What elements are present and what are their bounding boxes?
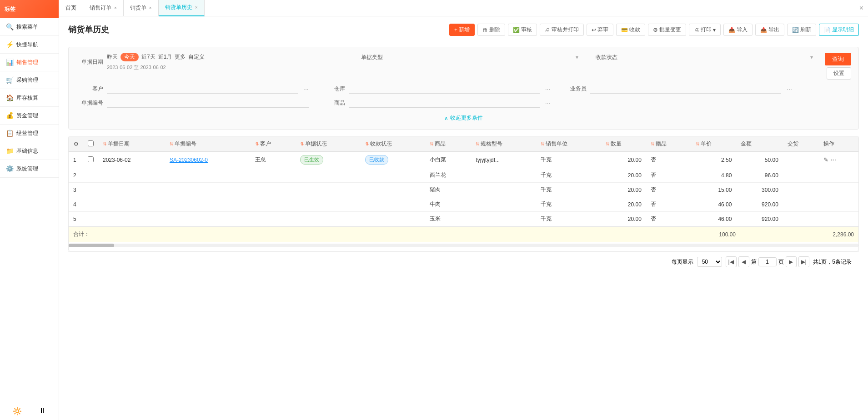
- filter-warehouse-field: 仓库 ···: [318, 84, 551, 94]
- col-doc-status[interactable]: ⇅单据状态: [296, 136, 361, 152]
- cell-checkbox[interactable]: [83, 168, 98, 183]
- setting-button[interactable]: 设置: [827, 67, 851, 80]
- filter-warehouse-input[interactable]: [349, 84, 540, 94]
- warehouse-ellipsis[interactable]: ···: [545, 85, 551, 93]
- cell-spec: tyjyjtyjdf...: [471, 152, 536, 168]
- sidebar-item-finance[interactable]: 💰 资金管理: [0, 107, 59, 125]
- cell-checkbox[interactable]: [83, 212, 98, 226]
- row-checkbox[interactable]: [88, 156, 94, 162]
- collect-label: 收款: [629, 26, 640, 34]
- tab-sales-goods[interactable]: 销货单 ×: [124, 0, 159, 16]
- discard-button[interactable]: ↩ 弃审: [587, 24, 613, 36]
- last-page-btn[interactable]: ▶|: [798, 256, 809, 267]
- delete-button[interactable]: 🗑 删除: [477, 24, 505, 36]
- doc-no-link[interactable]: SA-20230602-0: [170, 157, 208, 163]
- filter-customer-input[interactable]: [107, 84, 298, 94]
- cell-action: [819, 212, 858, 226]
- sidebar-item-quick-nav[interactable]: ⚡ 快捷导航: [0, 36, 59, 54]
- tab-sales-history[interactable]: 销货单历史 ×: [159, 0, 205, 16]
- col-action: 操作: [819, 136, 858, 152]
- filter-goods-input[interactable]: [349, 98, 540, 108]
- sidebar-item-purchase-mgmt[interactable]: 🛒 采购管理: [0, 71, 59, 89]
- cell-doc-date: [98, 212, 165, 226]
- cell-doc-status: [296, 168, 361, 183]
- collect-button[interactable]: 💳 收款: [616, 24, 645, 36]
- table-row: 5 玉米 千克 20.00 否 46.00 920.00: [69, 212, 858, 226]
- cell-unit-price: 15.00: [691, 183, 736, 197]
- sidebar-bottom-icon1[interactable]: 🔆: [13, 407, 22, 415]
- date-shortcut-7days[interactable]: 近7天: [141, 53, 156, 61]
- sidebar-item-ops[interactable]: 📋 经营管理: [0, 125, 59, 142]
- per-page-select[interactable]: 50 20 100: [697, 257, 722, 267]
- col-unit-price[interactable]: ⇅单价: [691, 136, 736, 152]
- date-shortcut-yesterday[interactable]: 昨天: [107, 53, 118, 61]
- refresh-button[interactable]: 🔄 刷新: [787, 24, 816, 36]
- col-spec[interactable]: ⇅规格型号: [471, 136, 536, 152]
- col-doc-no[interactable]: ⇅单据编号: [165, 136, 251, 152]
- filter-date-label: 单据日期: [76, 58, 103, 66]
- batch-change-button[interactable]: ⚙ 批量变更: [648, 24, 686, 36]
- col-goods[interactable]: ⇅商品: [425, 136, 471, 152]
- filter-doc-no-input[interactable]: [107, 98, 309, 108]
- date-shortcut-today[interactable]: 今天: [120, 53, 139, 61]
- sidebar-item-inventory[interactable]: 🏠 库存核算: [0, 89, 59, 107]
- audit-print-button[interactable]: 🖨 审核并打印: [540, 24, 584, 36]
- col-qty[interactable]: ⇅数量: [601, 136, 646, 152]
- tab-sales-goods-close[interactable]: ×: [149, 5, 152, 10]
- tab-sales-order-close[interactable]: ×: [114, 5, 117, 10]
- staff-ellipsis[interactable]: ···: [787, 85, 792, 93]
- edit-icon[interactable]: ✎: [823, 156, 828, 163]
- page-number-input[interactable]: [758, 257, 777, 266]
- first-page-btn[interactable]: |◀: [726, 256, 737, 267]
- show-detail-button[interactable]: 📄 显示明细: [819, 24, 859, 36]
- date-shortcut-custom[interactable]: 自定义: [188, 53, 205, 61]
- col-gift[interactable]: ⇅赠品: [646, 136, 691, 152]
- cell-gift: 否: [646, 212, 691, 226]
- cell-doc-date: [98, 183, 165, 197]
- select-all-checkbox[interactable]: [88, 140, 94, 146]
- col-checkbox[interactable]: [83, 136, 98, 152]
- page-container: 销货单历史 + 新增 🗑 删除 ✅ 审核 🖨: [59, 16, 868, 420]
- cell-amount: 920.00: [736, 212, 783, 226]
- filter-payment-status-select[interactable]: ▾: [621, 53, 816, 62]
- next-page-btn[interactable]: ▶: [786, 256, 797, 267]
- sidebar-bottom-icon2[interactable]: ⏸: [39, 407, 46, 415]
- goods-ellipsis[interactable]: ···: [545, 100, 551, 107]
- window-close-btn[interactable]: ×: [859, 4, 868, 12]
- sidebar-item-sys-mgmt[interactable]: ⚙️ 系统管理: [0, 160, 59, 178]
- add-button[interactable]: + 新增: [449, 24, 475, 36]
- col-settings[interactable]: ⚙: [69, 136, 83, 152]
- col-doc-date[interactable]: ⇅单据日期: [98, 136, 165, 152]
- sidebar-item-search-menu[interactable]: 🔍 搜索菜单: [0, 18, 59, 36]
- cell-checkbox[interactable]: [83, 183, 98, 197]
- import-button[interactable]: 📥 导入: [723, 24, 753, 36]
- prev-page-btn[interactable]: ◀: [738, 256, 749, 267]
- filter-doc-type-select[interactable]: ▾: [386, 53, 581, 62]
- cell-checkbox[interactable]: [83, 197, 98, 212]
- cell-doc-no: [165, 168, 251, 183]
- customer-ellipsis[interactable]: ···: [303, 85, 309, 93]
- cell-doc-date: [98, 197, 165, 212]
- tab-sales-order[interactable]: 销售订单 ×: [83, 0, 124, 16]
- print-button[interactable]: 🖨 打印 ▾: [689, 24, 721, 36]
- cell-checkbox[interactable]: [83, 152, 98, 168]
- print-label: 打印: [701, 26, 712, 34]
- audit-button[interactable]: ✅ 审核: [508, 24, 537, 36]
- batch-change-icon: ⚙: [653, 27, 658, 33]
- query-button[interactable]: 查询: [825, 53, 851, 65]
- filter-staff-input[interactable]: [590, 84, 781, 94]
- date-shortcut-more[interactable]: 更多: [175, 53, 186, 61]
- collapse-button[interactable]: ∧ 收起更多条件: [76, 112, 851, 124]
- more-icon[interactable]: ⋯: [830, 156, 836, 163]
- cell-seq: 1: [69, 152, 83, 168]
- col-unit[interactable]: ⇅销售单位: [536, 136, 601, 152]
- export-button[interactable]: 📤 导出: [755, 24, 784, 36]
- date-shortcut-1month[interactable]: 近1月: [158, 53, 172, 61]
- sidebar-item-sales-mgmt[interactable]: 📊 销售管理: [0, 54, 59, 71]
- tab-sales-history-close[interactable]: ×: [195, 5, 198, 10]
- tab-home[interactable]: 首页: [59, 0, 83, 16]
- sidebar-item-basic-info[interactable]: 📁 基础信息: [0, 142, 59, 160]
- col-customer[interactable]: ⇅客户: [251, 136, 296, 152]
- horizontal-scrollbar[interactable]: [69, 242, 858, 251]
- col-payment-status[interactable]: ⇅收款状态: [361, 136, 426, 152]
